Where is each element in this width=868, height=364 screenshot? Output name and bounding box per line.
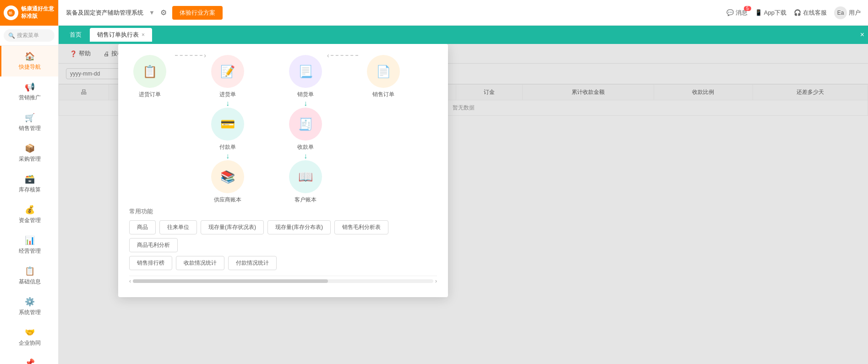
flow-item-sales-bill[interactable]: 📃 销货单 <box>285 55 326 98</box>
purchase-order-icon: 📋 <box>133 55 166 88</box>
flow-item-purchase-order[interactable]: 📋 进货订单 <box>129 55 170 98</box>
quick-nav-modal: 📋 进货订单 › 📝 进货单 <box>118 44 448 297</box>
flow-item-purchase-bill[interactable]: 📝 进货单 <box>207 55 248 98</box>
sidebar-item-finance[interactable]: 💰 资金管理 <box>0 199 58 230</box>
payment-bill-icon: 💳 <box>211 108 244 141</box>
inventory-icon: 🗃️ <box>25 174 35 184</box>
service-icon: 🎧 <box>794 9 801 16</box>
download-icon: 📱 <box>755 9 762 16</box>
sidebar-item-marketing[interactable]: 📢 营销推广 <box>0 76 58 107</box>
common-functions: 常用功能 商品 往来单位 现存量(库存状况表) 现存量(库存分布表) 销售毛利分… <box>129 207 437 270</box>
tab-bar: 首页 销售订单执行表 × × <box>59 26 868 44</box>
basic-info-icon: 📋 <box>25 266 35 276</box>
message-icon: 💬 <box>726 9 734 16</box>
tab-close-icon[interactable]: × <box>142 32 145 38</box>
sidebar: 畅 畅康通好生意 标准版 🔍 搜索菜单 🏠 快捷导航 📢 营销推广 � <box>0 0 59 364</box>
guide-icon: 📌 <box>25 358 35 364</box>
btn-partners[interactable]: 往来单位 <box>159 220 197 234</box>
customer-service-action[interactable]: 🎧 在线客服 <box>794 9 827 17</box>
purchase-icon: 📦 <box>25 143 35 153</box>
sidebar-item-inventory[interactable]: 🗃️ 库存核算 <box>0 168 58 199</box>
operations-icon: 📊 <box>25 235 35 245</box>
scrollbar-track[interactable] <box>133 279 433 283</box>
message-action[interactable]: 💬 消息 5 <box>726 9 748 17</box>
sales-bill-icon: 📃 <box>289 55 322 88</box>
sidebar-item-system[interactable]: ⚙️ 系统管理 <box>0 291 58 322</box>
main-content: 装备及固定资产辅助管理系统 ▼ ⚙ 体验行业方案 💬 消息 5 📱 App下载 … <box>59 0 868 364</box>
message-badge: 5 <box>744 6 751 11</box>
flow-item-payment-bill[interactable]: 💳 付款单 <box>207 108 248 151</box>
btn-receipt-stats[interactable]: 收款情况统计 <box>176 256 224 270</box>
sidebar-item-basic-info[interactable]: 📋 基础信息 <box>0 261 58 291</box>
btn-product[interactable]: 商品 <box>129 220 156 234</box>
btn-payment-stats[interactable]: 付款情况统计 <box>228 256 277 270</box>
flow-item-supplier-account[interactable]: 📚 供应商账本 <box>207 160 248 204</box>
btn-product-profit-analysis[interactable]: 商品毛利分析 <box>129 238 178 252</box>
sidebar-nav: 🏠 快捷导航 📢 营销推广 🛒 销售管理 📦 采购管理 🗃️ 库存核算 💰 <box>0 46 58 364</box>
tab-home[interactable]: 首页 <box>62 28 89 42</box>
user-action[interactable]: Ea 用户 <box>834 6 861 19</box>
sidebar-item-purchase[interactable]: 📦 采购管理 <box>0 138 58 168</box>
search-icon: 🔍 <box>8 33 15 39</box>
modal-overlay: 📋 进货订单 › 📝 进货单 <box>59 44 868 364</box>
avatar: Ea <box>834 6 847 19</box>
btn-sales-profit-analysis[interactable]: 销售毛利分析表 <box>334 220 388 234</box>
sidebar-logo: 畅 畅康通好生意 标准版 <box>0 0 58 26</box>
modal-scrollbar-row: ‹ › <box>129 276 437 286</box>
content-area: ❓ 帮助 🖨 按模板打印 ▼ ⬇ 导出 ↻ 刷新 <box>59 44 868 364</box>
home-icon: 🏠 <box>25 51 35 61</box>
scrollbar-thumb <box>133 279 328 283</box>
flow-item-receipt-bill[interactable]: 🧾 收款单 <box>285 108 326 151</box>
svg-text:畅: 畅 <box>9 11 12 15</box>
scrollbar-left-arrow[interactable]: ‹ <box>129 278 131 284</box>
system-icon: ⚙️ <box>25 297 35 307</box>
system-name: 装备及固定资产辅助管理系统 <box>66 9 143 17</box>
settings-icon[interactable]: ⚙ <box>160 8 167 17</box>
tab-sales-order[interactable]: 销售订单执行表 × <box>90 28 152 42</box>
common-buttons-row-1: 商品 往来单位 现存量(库存状况表) 现存量(库存分布表) 销售毛利分析表 商品… <box>129 220 437 252</box>
purchase-bill-icon: 📝 <box>211 55 244 88</box>
dropdown-icon[interactable]: ▼ <box>149 9 155 16</box>
tab-bar-close-button[interactable]: × <box>860 31 864 39</box>
finance-icon: 💰 <box>25 205 35 215</box>
search-menu-button[interactable]: 🔍 搜索菜单 <box>4 29 55 42</box>
btn-sales-ranking[interactable]: 销售排行榜 <box>129 256 172 270</box>
common-functions-title: 常用功能 <box>129 207 437 216</box>
cooperation-icon: 🤝 <box>25 327 35 337</box>
header: 装备及固定资产辅助管理系统 ▼ ⚙ 体验行业方案 💬 消息 5 📱 App下载 … <box>59 0 868 26</box>
common-buttons-row-2: 销售排行榜 收款情况统计 付款情况统计 <box>129 256 437 270</box>
flow-item-customer-account[interactable]: 📖 客户账本 <box>285 160 326 204</box>
receipt-bill-icon: 🧾 <box>289 108 322 141</box>
btn-inventory-status[interactable]: 现存量(库存状况表) <box>201 220 264 234</box>
logo-icon: 畅 <box>4 5 18 20</box>
try-plan-button[interactable]: 体验行业方案 <box>172 6 223 20</box>
sidebar-item-sales[interactable]: 🛒 销售管理 <box>0 107 58 138</box>
header-actions: 💬 消息 5 📱 App下载 🎧 在线客服 Ea 用户 <box>726 6 861 19</box>
supplier-account-icon: 📚 <box>211 160 244 193</box>
app-download-action[interactable]: 📱 App下载 <box>755 9 786 17</box>
sidebar-item-guide[interactable]: 📌 新手引导 <box>0 353 58 364</box>
sales-icon: 🛒 <box>25 113 35 123</box>
sidebar-search-area: 🔍 搜索菜单 <box>0 26 58 46</box>
logo-text: 畅康通好生意 标准版 <box>21 5 54 20</box>
flow-item-sales-order[interactable]: 📄 销售订单 <box>363 55 404 98</box>
sidebar-item-cooperation[interactable]: 🤝 企业协同 <box>0 322 58 353</box>
btn-inventory-distribution[interactable]: 现存量(库存分布表) <box>267 220 331 234</box>
scrollbar-right-arrow[interactable]: › <box>435 278 437 284</box>
marketing-icon: 📢 <box>25 82 35 92</box>
customer-account-icon: 📖 <box>289 160 322 193</box>
sidebar-item-quick-nav[interactable]: 🏠 快捷导航 <box>0 46 58 76</box>
sidebar-item-operations[interactable]: 📊 经营管理 <box>0 230 58 261</box>
sales-order-icon: 📄 <box>367 55 400 88</box>
